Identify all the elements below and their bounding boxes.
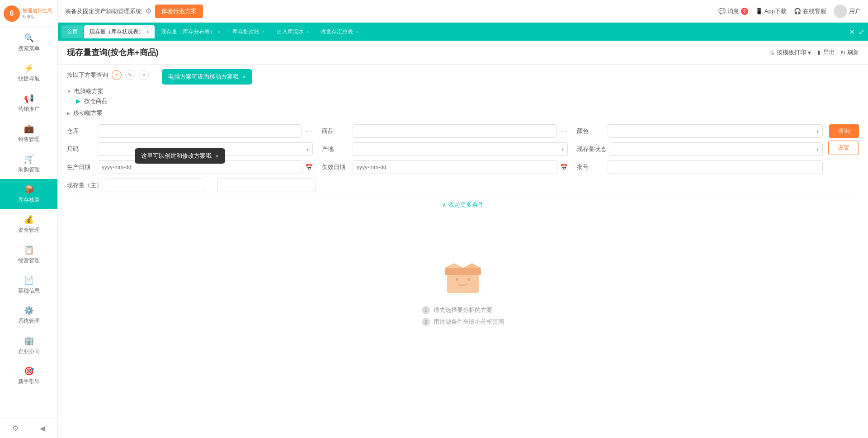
user-label: 用户	[849, 7, 861, 15]
expire-date-range: 📅	[353, 160, 568, 174]
tab-close-icon[interactable]: ×	[218, 29, 221, 34]
tab-close-icon[interactable]: ×	[307, 29, 309, 34]
header-right: 💬 消息 6 📱 App下载 🎧 在线客服 用户	[718, 5, 861, 18]
expire-date-start[interactable]	[353, 160, 557, 174]
sidebar-item-system[interactable]: ⚙️ 系统管理	[0, 300, 57, 330]
sidebar-item-purchase[interactable]: 🛒 采购管理	[0, 149, 57, 179]
step-1-num: 1	[422, 306, 430, 314]
messages-label: 消息	[727, 7, 739, 15]
page-title: 现存量查询(按仓库+商品)	[67, 47, 159, 58]
collapse-sidebar-btn[interactable]: ◀	[40, 424, 45, 433]
sidebar-item-operations[interactable]: 📋 经营管理	[0, 240, 57, 270]
goods-input[interactable]	[353, 124, 557, 138]
svg-rect-1	[445, 268, 481, 275]
step-1-text: 请先选择要分析的方案	[434, 304, 492, 316]
size-label: 尺码	[67, 145, 94, 153]
collapse-label: 收起更多条件	[448, 201, 484, 209]
qty-separator: —	[208, 182, 214, 189]
tab-inventory-distribution-label: 现存量（库存分布表）	[161, 28, 215, 36]
stock-status-dropdown[interactable]: ▾	[610, 142, 823, 156]
warehouse-label: 仓库	[67, 127, 94, 135]
export-label: 导出	[823, 48, 835, 57]
refresh-label: 刷新	[847, 48, 859, 57]
tab-inventory-distribution[interactable]: 现存量（库存分布表） ×	[156, 25, 226, 38]
sidebar-item-search-menu[interactable]: 🔍 搜索菜单	[0, 28, 57, 58]
edit-scheme-button[interactable]: ✎	[125, 70, 135, 80]
refresh-button[interactable]: ↻ 刷新	[840, 48, 859, 57]
back-scheme-button[interactable]: «	[139, 70, 149, 80]
trial-button[interactable]: 体验行业方案	[155, 5, 203, 18]
logo-name: 畅通道好生意	[23, 7, 52, 14]
warehouse-input[interactable]	[98, 124, 302, 138]
system-settings-icon[interactable]: ⚙	[145, 7, 151, 15]
scheme-desktop-header[interactable]: ▼ 电脑端方案	[67, 85, 859, 97]
scheme-create-close[interactable]: ×	[215, 153, 219, 160]
setting-button[interactable]: 设置	[828, 141, 859, 155]
app-download-action[interactable]: 📱 App下载	[755, 7, 787, 15]
sidebar-item-label: 库存核算	[18, 196, 40, 204]
origin-dropdown[interactable]: ▾	[353, 142, 568, 156]
tab-close-icon[interactable]: ×	[262, 29, 265, 34]
sidebar-item-basic-info[interactable]: 📄 基础信息	[0, 270, 57, 300]
arrow-right-icon: ▶	[67, 111, 71, 116]
color-dropdown[interactable]: ▾	[608, 124, 823, 138]
add-scheme-button[interactable]: +	[112, 70, 122, 80]
search-button[interactable]: 查询	[829, 124, 859, 138]
enterprise-icon: 🏢	[24, 336, 34, 346]
tab-receive-summary[interactable]: 收发存汇总表 ×	[315, 25, 364, 38]
header-left: 装备及固定资产辅助管理系统 ⚙ 体验行业方案	[65, 5, 203, 18]
sidebar-item-sales[interactable]: 💼 销售管理	[0, 118, 57, 149]
qty-max-input[interactable]	[217, 179, 316, 192]
calendar-icon-2[interactable]: 📅	[560, 164, 568, 171]
sidebar-item-label: 资金管理	[18, 226, 40, 234]
origin-arrow-icon: ▾	[561, 147, 564, 152]
online-support-action[interactable]: 🎧 在线客服	[794, 7, 826, 15]
filter-origin: 产地 ▾	[322, 142, 568, 156]
settings-bottom-btn[interactable]: ⚙	[12, 424, 19, 433]
search-menu-icon: 🔍	[24, 33, 34, 43]
sidebar-item-finance[interactable]: 💰 资金管理	[0, 209, 57, 240]
expand-icon[interactable]: ⤢	[859, 28, 864, 36]
tab-inventory-status-label: 现存量（库存状况表）	[90, 28, 144, 36]
qty-range: —	[106, 179, 316, 192]
sidebar-item-inventory[interactable]: 📦 库存核算	[0, 179, 57, 209]
filter-qty-main: 现存量（主） —	[67, 179, 316, 192]
batch-input[interactable]	[608, 160, 823, 174]
tab-close-icon[interactable]: ×	[356, 29, 359, 34]
dropdown-arrow-icon: ▾	[808, 49, 811, 56]
svg-point-3	[467, 278, 470, 281]
filter-label: 按以下方案查询	[67, 71, 108, 79]
page-actions: 🖨 按模板打印 ▾ ⬆ 导出 ↻ 刷新	[769, 48, 859, 57]
sidebar-item-guide[interactable]: 🎯 新手引导	[0, 361, 57, 391]
sidebar-nav: 🔍 搜索菜单 ⚡ 快捷导航 📢 营销推广 💼 销售管理 🛒 采购管理 📦	[0, 28, 57, 418]
scheme-popup-close[interactable]: ×	[242, 73, 246, 80]
tab-home[interactable]: 首页	[61, 25, 83, 38]
qty-min-input[interactable]	[106, 179, 204, 192]
sidebar-item-label: 销售管理	[18, 136, 40, 143]
warehouse-dots[interactable]: ···	[306, 127, 313, 135]
collapse-row[interactable]: ∧ 收起更多条件	[67, 197, 859, 212]
close-all-tabs-icon[interactable]: ✕	[849, 28, 855, 36]
tab-close-icon[interactable]: ×	[146, 29, 149, 34]
calendar-icon[interactable]: 📅	[305, 164, 313, 171]
sidebar-item-enterprise[interactable]: 🏢 企业协同	[0, 330, 57, 361]
scheme-item-default[interactable]: ▶ 按仓商品	[76, 97, 859, 105]
tab-inout-flow[interactable]: 出入库流水 ×	[271, 25, 315, 38]
template-print-button[interactable]: 🖨 按模板打印 ▾	[769, 48, 811, 57]
step-2-num: 2	[422, 318, 430, 326]
filter-area: 按以下方案查询 + ✎ « 电脑方案可设为移动方案哦 ×	[58, 65, 868, 218]
scheme-mobile-header[interactable]: ▶ 移动端方案	[67, 107, 859, 119]
goods-dots[interactable]: ···	[561, 127, 568, 135]
sidebar-item-quick-nav[interactable]: ⚡ 快捷导航	[0, 58, 57, 88]
messages-action[interactable]: 💬 消息 6	[718, 7, 748, 15]
app-download-label: App下载	[764, 7, 787, 15]
user-action[interactable]: 用户	[834, 5, 861, 18]
tab-batch-ledger[interactable]: 库存批次账 ×	[227, 25, 270, 38]
sidebar-item-marketing[interactable]: 📢 营销推广	[0, 88, 57, 118]
scheme-popup: 电脑方案可设为移动方案哦 ×	[162, 69, 252, 85]
stock-status-label: 现存量状态	[577, 145, 606, 153]
scheme-group-desktop: ▼ 电脑端方案 ▶ 按仓商品	[67, 85, 859, 105]
logo: 6 畅通道好生意 标准版	[0, 0, 57, 28]
export-button[interactable]: ⬆ 导出	[816, 48, 835, 57]
tab-inventory-status[interactable]: 现存量（库存状况表） ×	[84, 25, 155, 38]
